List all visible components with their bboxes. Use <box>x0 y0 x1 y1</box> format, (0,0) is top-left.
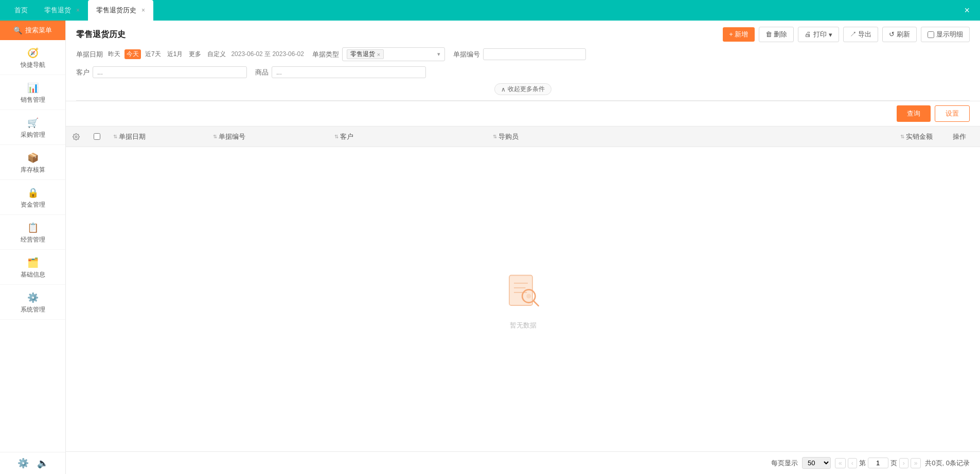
page-label: 第 <box>859 459 866 468</box>
export-button[interactable]: ↗ 导出 <box>843 27 879 42</box>
display-detail-toggle[interactable]: 显示明细 <box>921 27 970 42</box>
collapse-bar: ∧ 收起更多条件 <box>76 83 970 95</box>
settings-icon[interactable]: ⚙️ <box>17 458 29 469</box>
tab-home[interactable]: 首页 <box>6 0 36 21</box>
date-today[interactable]: 今天 <box>124 49 141 59</box>
sidebar-item-purchase-label: 采购管理 <box>21 131 45 139</box>
delete-button[interactable]: 🗑 删除 <box>759 27 794 42</box>
tab-retail-return-label: 零售退货 <box>44 6 71 15</box>
sort-customer-icon[interactable]: ⇅ <box>334 134 338 139</box>
sidebar-item-system-mgmt[interactable]: ⚙️ 系统管理 <box>0 285 65 320</box>
query-button[interactable]: 查询 <box>897 105 931 122</box>
page-title: 零售退货历史 <box>76 29 126 40</box>
per-page-label: 每页显示 <box>771 459 798 468</box>
sidebar-search[interactable]: 🔍 搜索菜单 <box>0 21 65 40</box>
filter-bill-no: 单据编号 <box>453 48 586 60</box>
print-label: 🖨 打印 <box>805 30 827 39</box>
sidebar-item-operations-label: 经营管理 <box>21 235 45 244</box>
th-guide: ⇅ 导购员 <box>487 132 608 141</box>
th-op: 操作 <box>939 132 980 141</box>
content-area: 零售退货历史 + 新增 🗑 删除 🖨 打印 ▾ ↗ 导出 ↺ 刷新 显示明细 <box>66 21 980 474</box>
sales-icon: 📊 <box>27 82 39 94</box>
date-shortcuts: 昨天 今天 近7天 近1月 更多 自定义 <box>106 49 228 59</box>
print-button[interactable]: 🖨 打印 ▾ <box>798 27 839 42</box>
toolbar: + 新增 🗑 删除 🖨 打印 ▾ ↗ 导出 ↺ 刷新 显示明细 <box>723 27 970 42</box>
basic-info-icon: 🗂️ <box>27 257 39 268</box>
date-7days[interactable]: 近7天 <box>143 49 163 59</box>
quick-nav-icon: 🧭 <box>27 47 39 59</box>
set-button[interactable]: 设置 <box>935 105 970 122</box>
th-guide-label: 导购员 <box>498 132 519 141</box>
bill-no-input[interactable] <box>483 48 586 60</box>
sort-up-icon[interactable]: ⇅ <box>113 134 117 139</box>
prev-page-button[interactable]: ‹ <box>848 458 857 468</box>
page-title-bar: 零售退货历史 + 新增 🗑 删除 🖨 打印 ▾ ↗ 导出 ↺ 刷新 显示明细 <box>76 27 970 42</box>
inventory-icon: 📦 <box>27 152 39 163</box>
date-range-display: 2023-06-02 至 2023-06-02 <box>231 50 304 59</box>
collapse-icon: ∧ <box>501 86 506 93</box>
speaker-icon[interactable]: 🔈 <box>37 458 48 469</box>
bill-type-label: 单据类型 <box>312 50 339 59</box>
customer-filter-label: 客户 <box>76 68 90 77</box>
th-customer: ⇅ 客户 <box>328 132 486 141</box>
customer-input[interactable] <box>93 66 247 78</box>
sort-guide-icon[interactable]: ⇅ <box>493 134 497 139</box>
tab-retail-return-close[interactable]: × <box>76 7 80 14</box>
next-page-button[interactable]: › <box>899 458 908 468</box>
sidebar-item-basic-info[interactable]: 🗂️ 基础信息 <box>0 250 65 285</box>
sort-billno-icon[interactable]: ⇅ <box>213 134 217 139</box>
sidebar-item-system-mgmt-label: 系统管理 <box>21 305 45 314</box>
top-bar-tabs: 首页 零售退货 × 零售退货历史 × <box>6 0 960 21</box>
sidebar-bottom: ⚙️ 🔈 <box>0 452 65 474</box>
date-more[interactable]: 更多 <box>187 49 203 59</box>
page-input[interactable] <box>868 458 888 468</box>
pagination: 每页显示 50 10 20 100 « ‹ 第 页 › » <box>66 451 980 474</box>
sidebar-item-operations[interactable]: 📋 经营管理 <box>0 215 65 250</box>
collapse-button[interactable]: ∧ 收起更多条件 <box>494 83 551 95</box>
filter-area: 单据日期 昨天 今天 近7天 近1月 更多 自定义 2023-06-02 至 2… <box>76 47 970 101</box>
svg-line-6 <box>533 301 538 306</box>
date-1month[interactable]: 近1月 <box>165 49 185 59</box>
per-page-select[interactable]: 50 10 20 100 <box>802 457 831 469</box>
th-settings[interactable] <box>66 133 86 140</box>
refresh-button[interactable]: ↺ 刷新 <box>882 27 917 42</box>
last-page-button[interactable]: » <box>911 458 921 468</box>
empty-text: 暂无数据 <box>510 321 537 330</box>
sidebar-search-label: 搜索菜单 <box>25 26 52 35</box>
date-filter-label: 单据日期 <box>76 50 103 59</box>
pagination-summary: 共0页, 0条记录 <box>925 459 970 468</box>
select-all-checkbox[interactable] <box>94 133 100 140</box>
top-bar-right: × <box>960 5 974 16</box>
th-checkbox[interactable] <box>86 133 107 140</box>
sidebar-item-purchase-mgmt[interactable]: 🛒 采购管理 <box>0 110 65 145</box>
sidebar-item-inventory[interactable]: 📦 库存核算 <box>0 145 65 180</box>
operations-icon: 📋 <box>27 222 39 233</box>
page-header: 零售退货历史 + 新增 🗑 删除 🖨 打印 ▾ ↗ 导出 ↺ 刷新 显示明细 <box>66 21 980 101</box>
sidebar-item-finance[interactable]: 🔒 资金管理 <box>0 180 65 215</box>
search-icon: 🔍 <box>13 26 22 34</box>
bill-type-select[interactable]: 零售退货 × ▾ <box>342 47 445 61</box>
sidebar-item-quick-nav[interactable]: 🧭 快捷导航 <box>0 40 65 75</box>
tab-retail-return-history-close[interactable]: × <box>141 7 145 14</box>
date-custom[interactable]: 自定义 <box>205 49 228 59</box>
window-close-button[interactable]: × <box>960 5 974 16</box>
first-page-button[interactable]: « <box>835 458 846 468</box>
sidebar-item-inventory-label: 库存核算 <box>21 166 45 174</box>
th-customer-label: 客户 <box>340 132 353 141</box>
th-billno-label: 单据编号 <box>219 132 245 141</box>
display-detail-checkbox[interactable] <box>928 31 934 38</box>
tab-retail-return-history-label: 零售退货历史 <box>96 6 136 15</box>
table-area: ⇅ 单据日期 ⇅ 单据编号 ⇅ 客户 ⇅ 导购员 <box>66 126 980 474</box>
goods-input[interactable] <box>272 66 426 78</box>
sort-amount-icon[interactable]: ⇅ <box>900 134 904 139</box>
bill-no-label: 单据编号 <box>453 50 480 59</box>
new-button[interactable]: + 新增 <box>723 27 754 42</box>
sidebar-item-sales-label: 销售管理 <box>21 96 45 104</box>
tab-retail-return[interactable]: 零售退货 × <box>36 0 88 21</box>
sidebar-item-sales-mgmt[interactable]: 📊 销售管理 <box>0 75 65 110</box>
tab-retail-return-history[interactable]: 零售退货历史 × <box>88 0 153 21</box>
page-of-label: 页 <box>890 459 897 468</box>
date-yesterday[interactable]: 昨天 <box>106 49 122 59</box>
bill-type-tag-close[interactable]: × <box>377 51 380 58</box>
empty-state: 暂无数据 <box>66 147 980 451</box>
